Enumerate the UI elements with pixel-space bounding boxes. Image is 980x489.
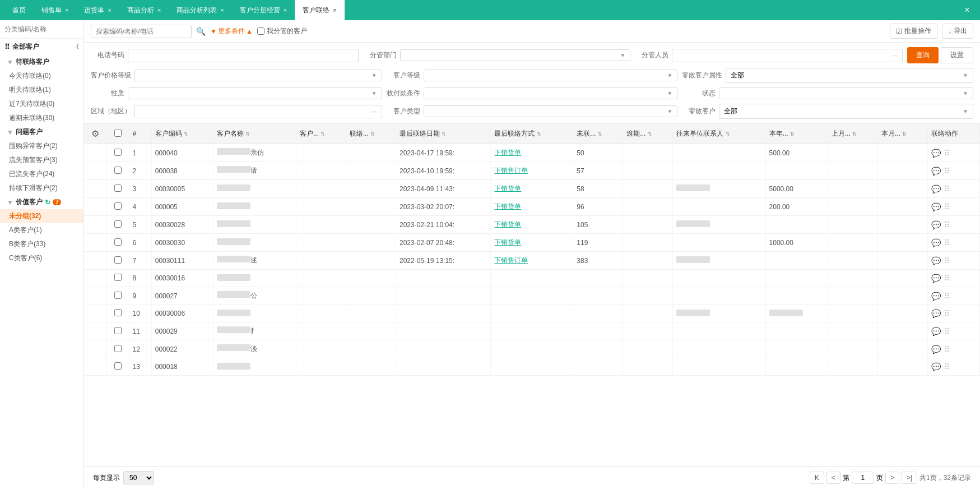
close-product-analysis-icon[interactable]: × [157, 7, 161, 13]
nav-product-analysis[interactable]: 商品分析 × [119, 0, 169, 20]
price-level-select[interactable]: ▼ [134, 70, 382, 81]
comment-icon[interactable]: 💬 [931, 345, 941, 354]
close-purchase-icon[interactable]: × [108, 7, 111, 13]
close-customer-tier-icon[interactable]: × [284, 7, 287, 13]
next-page-button[interactable]: > [885, 472, 899, 484]
comment-icon[interactable]: 💬 [931, 309, 941, 318]
grid-icon[interactable]: ⠿ [944, 256, 950, 265]
nav-purchase[interactable]: 进货单 × [76, 0, 119, 20]
retail-customer-select[interactable]: 全部▼ [719, 104, 973, 119]
nav-customer-contact[interactable]: 客户联络 × [295, 0, 344, 20]
my-customers-checkbox[interactable] [257, 27, 264, 35]
comment-icon[interactable]: 💬 [931, 184, 941, 193]
main-search-icon[interactable]: 🔍 [196, 27, 206, 36]
comment-icon[interactable]: 💬 [931, 274, 941, 283]
grid-icon[interactable]: ⠿ [944, 167, 950, 176]
sidebar-item-overdue-pending[interactable]: 逾期未联络(30) [0, 111, 83, 125]
row-checkbox[interactable] [114, 345, 122, 352]
select-all-checkbox[interactable] [114, 130, 122, 137]
row-checkbox[interactable] [114, 184, 122, 192]
row-checkbox[interactable] [114, 167, 122, 174]
row-checkbox[interactable] [114, 202, 122, 210]
customer-level-select[interactable]: ▼ [424, 70, 678, 81]
dept-select[interactable]: ▼ [400, 49, 631, 61]
comment-icon[interactable]: 💬 [931, 292, 941, 301]
row-checkbox[interactable] [114, 292, 122, 299]
row-checkbox[interactable] [114, 309, 122, 316]
grid-icon[interactable]: ⠿ [944, 292, 950, 301]
collapse-icon[interactable]: 《 [73, 43, 79, 51]
nav-home[interactable]: 首页 [4, 0, 34, 20]
all-customers-header[interactable]: ⠿ 全部客户 《 [0, 39, 83, 55]
close-customer-contact-icon[interactable]: × [333, 7, 336, 13]
comment-icon[interactable]: 💬 [931, 362, 941, 371]
more-conditions-button[interactable]: ▼ 更多条件 ▲ [210, 26, 253, 36]
grid-icon[interactable]: ⠿ [944, 149, 950, 158]
status-select[interactable]: ▼ [719, 87, 973, 99]
sidebar-item-class-b[interactable]: B类客户(33) [0, 237, 83, 251]
sidebar-item-ungrouped[interactable]: 未分组(32) [0, 209, 83, 223]
reset-button[interactable]: 设置 [941, 47, 973, 63]
row-checkbox[interactable] [114, 238, 122, 246]
row-checkbox[interactable] [114, 274, 122, 281]
comment-icon[interactable]: 💬 [931, 202, 941, 211]
last-page-button[interactable]: >| [902, 472, 917, 484]
product-list-label: 商品分析列表 [177, 6, 217, 15]
row-checkbox[interactable] [114, 220, 122, 228]
column-settings-button[interactable]: ⚙ [91, 128, 99, 139]
sidebar-item-today-pending[interactable]: 今天待联络(0) [0, 69, 83, 83]
batch-ops-button[interactable]: ☑ 批量操作 [890, 24, 937, 39]
nav-customer-tier[interactable]: 客户分层经营 × [232, 0, 295, 20]
comment-icon[interactable]: 💬 [931, 238, 941, 247]
grid-icon[interactable]: ⠿ [944, 362, 950, 371]
comment-icon[interactable]: 💬 [931, 149, 941, 158]
phone-input[interactable] [128, 49, 359, 62]
page-size-select[interactable]: 50 20 100 [123, 471, 154, 485]
nav-product-list[interactable]: 商品分析列表 × [169, 0, 231, 20]
retail-customer-field: 零散客户 全部▼ [682, 104, 973, 119]
manager-select[interactable]: ··· [672, 49, 903, 62]
export-button[interactable]: ↓ 导出 [942, 24, 973, 39]
close-product-list-icon[interactable]: × [220, 7, 224, 13]
grid-icon[interactable]: ⠿ [944, 327, 950, 336]
row-checkbox[interactable] [114, 327, 122, 334]
grid-icon[interactable]: ⠿ [944, 220, 950, 229]
sidebar-item-churn-warning[interactable]: 流失预警客户(3) [0, 153, 83, 167]
comment-icon[interactable]: 💬 [931, 256, 941, 265]
sidebar-item-7days-pending[interactable]: 近7天待联络(0) [0, 97, 83, 111]
row-checkbox[interactable] [114, 149, 122, 156]
grid-icon[interactable]: ⠿ [944, 274, 950, 283]
customer-type-select[interactable]: ▼ [424, 105, 678, 117]
window-close-button[interactable]: × [959, 2, 976, 19]
region-select[interactable]: ··· [134, 105, 382, 118]
refresh-icon[interactable]: ↻ [45, 199, 50, 206]
close-sales-icon[interactable]: × [65, 7, 68, 13]
prev-page-button[interactable]: < [826, 472, 840, 484]
payment-select[interactable]: ▼ [424, 87, 678, 99]
grid-icon[interactable]: ⠿ [944, 345, 950, 354]
sidebar-item-churned[interactable]: 已流失客户(24) [0, 167, 83, 181]
nav-sales[interactable]: 销售单 × [34, 0, 76, 20]
comment-icon[interactable]: 💬 [931, 327, 941, 336]
row-checkbox[interactable] [114, 362, 122, 370]
sidebar-item-class-a[interactable]: A类客户(1) [0, 223, 83, 237]
sidebar-item-class-c[interactable]: C类客户(6) [0, 251, 83, 265]
sidebar-item-declining[interactable]: 持续下滑客户(2) [0, 181, 83, 195]
nature-select[interactable]: ▼ [128, 87, 382, 99]
grid-icon[interactable]: ⠿ [944, 309, 950, 318]
retail-attr-select[interactable]: 全部▼ [726, 68, 973, 83]
page-input[interactable] [852, 472, 874, 484]
grid-icon[interactable]: ⠿ [944, 238, 950, 247]
category-search-input[interactable] [4, 25, 84, 33]
sidebar-item-tomorrow-pending[interactable]: 明天待联络(1) [0, 83, 83, 97]
sidebar-item-abnormal[interactable]: 囤购异常客户(2) [0, 139, 83, 153]
row-checkbox[interactable] [114, 256, 122, 264]
comment-icon[interactable]: 💬 [931, 220, 941, 229]
grid-icon[interactable]: ⠿ [944, 184, 950, 193]
td-last-date: 2023-02-07 20:48: [396, 234, 490, 252]
grid-icon[interactable]: ⠿ [944, 202, 950, 211]
comment-icon[interactable]: 💬 [931, 167, 941, 176]
main-search-input[interactable] [91, 25, 192, 38]
first-page-button[interactable]: K [810, 472, 824, 484]
query-button[interactable]: 查询 [907, 47, 939, 63]
